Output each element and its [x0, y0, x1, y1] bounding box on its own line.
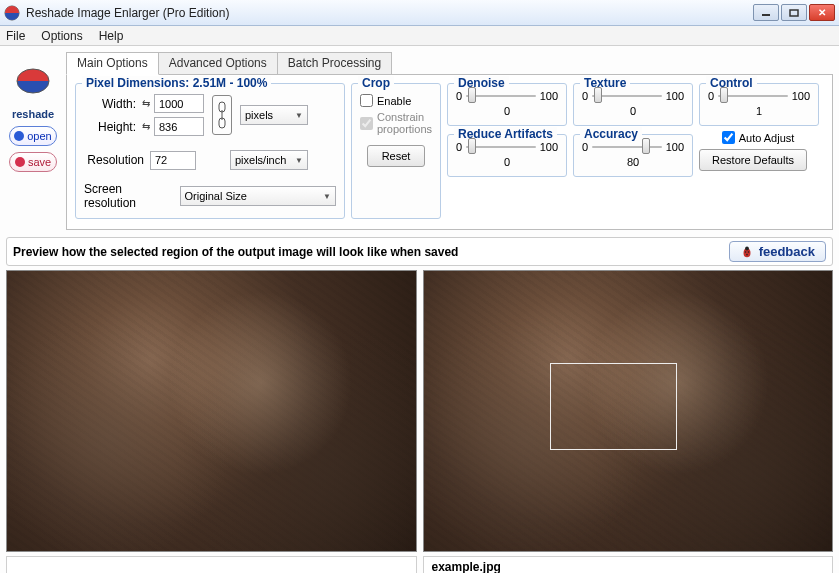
swap-icon-2[interactable]: ⇆ [142, 121, 148, 132]
reduce-slider[interactable] [466, 146, 536, 148]
accuracy-value: 80 [582, 156, 684, 168]
crop-enable-label: Enable [377, 95, 411, 107]
texture-thumb[interactable] [594, 87, 602, 103]
brand-logo-icon [12, 60, 54, 102]
crop-reset-button[interactable]: Reset [367, 145, 425, 167]
pixel-dimensions-title: Pixel Dimensions: 2.51M - 100% [82, 76, 271, 90]
close-button[interactable]: ✕ [809, 4, 835, 21]
preview-message: Preview how the selected region of the o… [13, 245, 721, 259]
svg-rect-2 [790, 10, 798, 16]
preview-area [6, 270, 833, 552]
crop-constrain-label: Constrain proportions [377, 111, 432, 135]
accuracy-min: 0 [582, 141, 588, 153]
auto-adjust-checkbox[interactable] [722, 131, 735, 144]
control-slider[interactable] [718, 95, 788, 97]
screen-resolution-value: Original Size [185, 190, 247, 202]
width-input[interactable] [154, 94, 204, 113]
screen-resolution-label: Screen resolution [84, 182, 170, 210]
titlebar: Reshade Image Enlarger (Pro Edition) ✕ [0, 0, 839, 26]
save-label: save [28, 156, 51, 168]
control-value: 1 [708, 105, 810, 117]
resolution-input[interactable] [150, 151, 196, 170]
height-input[interactable] [154, 117, 204, 136]
texture-group: Texture 0 100 0 [573, 83, 693, 126]
tab-main-options[interactable]: Main Options [66, 52, 159, 75]
denoise-min: 0 [456, 90, 462, 102]
crop-title: Crop [358, 76, 394, 90]
accuracy-slider[interactable] [592, 146, 662, 148]
resolution-unit-value: pixels/inch [235, 154, 286, 166]
accuracy-thumb[interactable] [642, 138, 650, 154]
reduce-thumb[interactable] [468, 138, 476, 154]
tab-batch-processing[interactable]: Batch Processing [277, 52, 392, 75]
window-title: Reshade Image Enlarger (Pro Edition) [26, 6, 753, 20]
menu-options[interactable]: Options [41, 29, 82, 43]
open-button[interactable]: open [9, 126, 57, 146]
left-sidebar: reshade open save [6, 52, 60, 231]
feedback-button[interactable]: feedback [729, 241, 826, 262]
menubar: File Options Help [0, 26, 839, 46]
texture-value: 0 [582, 105, 684, 117]
reduce-min: 0 [456, 141, 462, 153]
svg-point-9 [744, 251, 746, 253]
width-label: Width: [84, 97, 136, 111]
screen-resolution-select[interactable]: Original Size▼ [180, 186, 337, 206]
menu-file[interactable]: File [6, 29, 25, 43]
chevron-down-icon: ▼ [295, 156, 303, 165]
resolution-unit-select[interactable]: pixels/inch▼ [230, 150, 308, 170]
accuracy-title: Accuracy [580, 127, 642, 141]
menu-help[interactable]: Help [99, 29, 124, 43]
preview-left-pane[interactable] [6, 270, 417, 552]
preview-bar: Preview how the selected region of the o… [6, 237, 833, 266]
reduce-artifacts-group: Reduce Artifacts 0 100 0 [447, 134, 567, 177]
denoise-thumb[interactable] [468, 87, 476, 103]
status-filename: example.jpg [432, 560, 501, 573]
open-icon [14, 131, 24, 141]
app-icon [4, 5, 20, 21]
chevron-down-icon: ▼ [323, 192, 331, 201]
status-bar: example.jpg [6, 556, 833, 573]
status-right: example.jpg [423, 556, 834, 573]
maximize-button[interactable] [781, 4, 807, 21]
texture-title: Texture [580, 76, 630, 90]
control-max: 100 [792, 90, 810, 102]
bug-icon [740, 245, 754, 259]
denoise-value: 0 [456, 105, 558, 117]
control-thumb[interactable] [720, 87, 728, 103]
control-group: Control 0 100 1 [699, 83, 819, 126]
restore-defaults-label: Restore Defaults [712, 154, 794, 166]
svg-rect-1 [762, 14, 770, 16]
selection-rectangle[interactable] [550, 363, 677, 450]
denoise-slider[interactable] [466, 95, 536, 97]
swap-icon[interactable]: ⇆ [142, 98, 148, 109]
accuracy-group: Accuracy 0 100 80 [573, 134, 693, 177]
denoise-title: Denoise [454, 76, 509, 90]
dimension-unit-value: pixels [245, 109, 273, 121]
crop-group: Crop Enable Constrain proportions Reset [351, 83, 441, 219]
save-icon [15, 157, 25, 167]
crop-reset-label: Reset [382, 150, 411, 162]
crop-enable-checkbox[interactable] [360, 94, 373, 107]
accuracy-max: 100 [666, 141, 684, 153]
restore-defaults-button[interactable]: Restore Defaults [699, 149, 807, 171]
svg-point-8 [745, 246, 749, 250]
height-label: Height: [84, 120, 136, 134]
open-label: open [27, 130, 51, 142]
save-button[interactable]: save [9, 152, 57, 172]
preview-right-pane[interactable] [423, 270, 834, 552]
reduce-value: 0 [456, 156, 558, 168]
pixel-dimensions-group: Pixel Dimensions: 2.51M - 100% Width: ⇆ … [75, 83, 345, 219]
denoise-max: 100 [540, 90, 558, 102]
status-left [6, 556, 417, 573]
resolution-label: Resolution [84, 153, 144, 167]
tab-main-body: Pixel Dimensions: 2.51M - 100% Width: ⇆ … [66, 74, 833, 230]
minimize-button[interactable] [753, 4, 779, 21]
reduce-max: 100 [540, 141, 558, 153]
texture-min: 0 [582, 90, 588, 102]
feedback-label: feedback [759, 244, 815, 259]
tab-advanced-options[interactable]: Advanced Options [158, 52, 278, 75]
texture-slider[interactable] [592, 95, 662, 97]
control-title: Control [706, 76, 757, 90]
link-dimensions-icon[interactable] [212, 95, 232, 135]
dimension-unit-select[interactable]: pixels▼ [240, 105, 308, 125]
